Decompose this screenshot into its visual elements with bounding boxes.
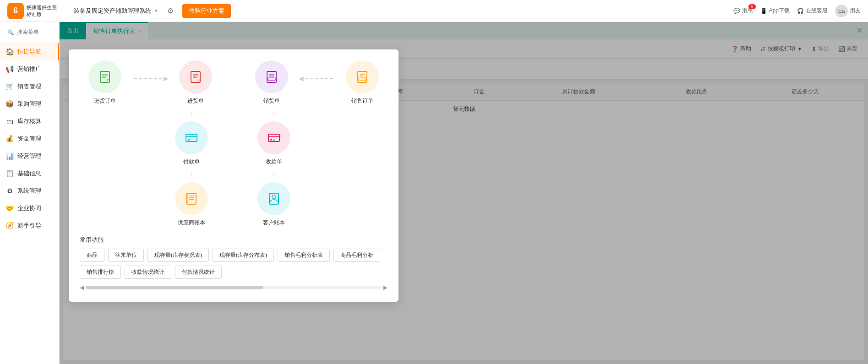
arrow-right-icon: ▶	[164, 75, 169, 82]
func-btn-stock-status[interactable]: 现存量(库存状况表)	[147, 249, 209, 262]
flow-node-sale-bill[interactable]: 销货单	[246, 60, 297, 105]
box-icon: 📦	[5, 100, 14, 108]
handshake-icon: 🤝	[5, 204, 14, 212]
customer-ledger-label: 客户账本	[263, 219, 285, 227]
storage-icon: 🗃	[5, 117, 14, 125]
func-btn-receipt-stats[interactable]: 收款情况统计	[125, 266, 171, 279]
svg-text:¥: ¥	[273, 138, 275, 142]
payment-icon	[175, 121, 208, 154]
clipboard-icon: 📋	[5, 169, 14, 178]
sidebar-item-finance[interactable]: 💰 资金管理	[0, 130, 59, 147]
sidebar-item-operations[interactable]: 📊 经营管理	[0, 147, 59, 165]
system-title[interactable]: 装备及固定资产辅助管理系统 ▼	[68, 7, 158, 15]
func-btn-stock-dist[interactable]: 现存量(库存分布表)	[213, 249, 274, 262]
func-buttons-group: 商品 往来单位 现存量(库存状况表) 现存量(库存分布表) 销售毛利分析表 商品…	[80, 249, 388, 262]
online-service-button[interactable]: 🎧 在线客服	[797, 7, 828, 15]
sidebar-item-inventory[interactable]: 🗃 库存核算	[0, 113, 59, 130]
common-func-title: 常用功能	[80, 236, 388, 244]
sale-bill-label: 销货单	[263, 97, 280, 105]
purchase-order-icon	[88, 60, 121, 93]
arrow-purchase-to-bill: ▶	[131, 75, 170, 82]
receipt-icon: ¥	[257, 121, 290, 154]
flow-node-purchase-order[interactable]: 进货订单	[80, 60, 131, 105]
logo-area: 6 畅康通好生意 标准版	[7, 3, 62, 19]
trial-button[interactable]: 体验行业方案	[182, 4, 231, 18]
logo-icon: 6	[7, 3, 24, 19]
svg-rect-23	[187, 193, 196, 204]
purchase-bill-icon	[179, 60, 212, 93]
arrow-sale-order-to-bill: ◀	[297, 75, 337, 82]
svg-rect-16	[186, 134, 197, 141]
receipt-label: 收款单	[266, 158, 282, 166]
sidebar-item-quick-nav[interactable]: 🏠 快捷导航	[0, 43, 59, 60]
func-btn-sales-ranking[interactable]: 销售排行榜	[80, 266, 121, 279]
purchase-order-label: 进货订单	[94, 97, 116, 105]
svg-rect-11	[268, 78, 275, 81]
search-icon: 🔍	[7, 29, 14, 36]
arrow-left-icon: ◀	[299, 75, 304, 82]
scrollbar-thumb	[86, 286, 263, 289]
func-btn-sales-profit[interactable]: 销售毛利分析表	[278, 249, 330, 262]
arrow-down-sale: ↓	[246, 109, 301, 118]
scrollbar-track[interactable]	[86, 286, 382, 289]
common-func-section: 常用功能 商品 往来单位 现存量(库存状况表) 现存量(库存分布表) 销售毛利分…	[80, 236, 388, 279]
flow-node-payment[interactable]: 付款单	[164, 121, 219, 166]
sidebar-item-marketing[interactable]: 📢 营销推广	[0, 60, 59, 78]
svg-rect-27	[186, 194, 188, 203]
sale-order-icon	[346, 60, 379, 93]
flow-row-arrows: ↓ ↓	[80, 109, 388, 118]
app-download-button[interactable]: 📱 App下载	[760, 7, 790, 15]
func-btn-product[interactable]: 商品	[80, 249, 104, 262]
svg-point-29	[272, 195, 276, 199]
megaphone-icon: 📢	[5, 65, 14, 73]
sidebar-item-guide[interactable]: 🧭 新手引导	[0, 217, 59, 234]
sidebar-item-enterprise[interactable]: 🤝 企业协同	[0, 200, 59, 217]
func-btn-payment-stats[interactable]: 付款情况统计	[175, 266, 222, 279]
customer-ledger-icon	[257, 182, 290, 215]
message-badge: 6	[748, 4, 756, 9]
user-area[interactable]: Ea 用友	[835, 5, 861, 17]
scroll-left-button[interactable]: ◀	[80, 284, 84, 291]
purchase-bill-label: 进货单	[187, 97, 204, 105]
gear-icon: ⚙	[5, 187, 14, 195]
svg-point-18	[188, 139, 190, 141]
svg-point-21	[270, 139, 272, 141]
flow-node-supplier-ledger[interactable]: 供应商账本	[164, 182, 219, 227]
cart-icon: 🛒	[5, 82, 14, 91]
supplier-ledger-icon	[175, 182, 208, 215]
flow-diagram: 进货订单 ▶ 进	[80, 60, 388, 230]
func-btn-product-profit[interactable]: 商品毛利分析	[333, 249, 380, 262]
sale-order-label: 销售订单	[351, 97, 373, 105]
logo-text: 畅康通好生意 标准版	[27, 4, 57, 17]
flow-node-receipt[interactable]: ¥ 收款单	[246, 121, 301, 166]
compass-icon: 🧭	[5, 222, 14, 230]
flow-row-2: 付款单 ¥ 收款单	[80, 121, 388, 166]
flow-row-1: 进货订单 ▶ 进	[80, 60, 388, 105]
sidebar-item-sales[interactable]: 🛒 销售管理	[0, 78, 59, 95]
modal-overlay[interactable]: 进货订单 ▶ 进	[60, 22, 868, 364]
sidebar: 🔍 搜索菜单 🏠 快捷导航 📢 营销推广 🛒 销售管理 📦 采购管理	[0, 22, 60, 364]
flow-node-sale-order[interactable]: 销售订单	[337, 60, 388, 105]
sale-bill-icon	[255, 60, 288, 93]
svg-rect-15	[359, 78, 366, 81]
func-btn-contacts[interactable]: 往来单位	[108, 249, 144, 262]
sidebar-search-area[interactable]: 🔍 搜索菜单	[0, 22, 59, 43]
arrow-down-payment: ↓	[164, 169, 219, 179]
content-area: 首页 销售订单执行表 × ✕ ❓ 帮助 🖨 按模板打印 ▼	[60, 22, 868, 364]
flow-modal: 进货订单 ▶ 进	[69, 49, 399, 302]
chart-icon: 📊	[5, 152, 14, 160]
sidebar-item-basic-info[interactable]: 📋 基础信息	[0, 165, 59, 182]
money-icon: 💰	[5, 135, 14, 143]
chevron-down-icon: ▼	[154, 8, 158, 13]
message-button[interactable]: 💬 消息 6	[733, 7, 753, 15]
sidebar-item-purchase[interactable]: 📦 采购管理	[0, 95, 59, 113]
flow-row-arrows-2: ↓ ↓	[80, 169, 388, 179]
settings-button[interactable]: ⚙	[164, 5, 177, 17]
sidebar-item-system[interactable]: ⚙ 系统管理	[0, 182, 59, 200]
flow-node-purchase-bill[interactable]: 进货单	[170, 60, 221, 105]
search-menu-button[interactable]: 🔍 搜索菜单	[4, 26, 55, 39]
arrow-down-receipt: ↓	[246, 169, 301, 179]
payment-label: 付款单	[183, 158, 200, 166]
flow-node-customer-ledger[interactable]: 客户账本	[246, 182, 301, 227]
scroll-right-button[interactable]: ▶	[383, 284, 388, 291]
